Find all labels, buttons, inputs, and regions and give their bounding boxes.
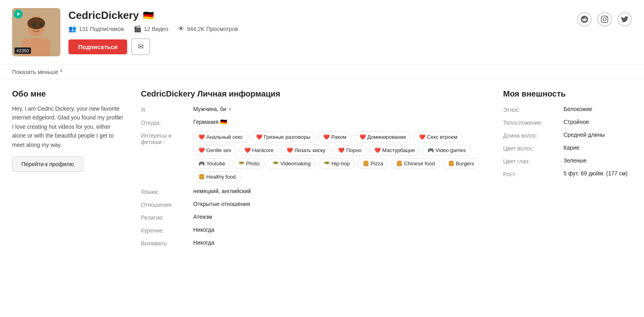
languages-label: Языки:: [141, 188, 193, 195]
hair-length-row: Длина волос: Средней длины: [503, 132, 632, 139]
interest-tag: 🥗 Photo: [233, 158, 265, 169]
videos-icon: 🎬: [134, 25, 142, 33]
appearance-section: Моя внешность Этнос: Белокожие Телосложе…: [503, 89, 632, 252]
hair-color-label: Цвет волос:: [503, 144, 564, 152]
appearance-title: Моя внешность: [503, 89, 632, 99]
country-flag: 🇩🇪: [143, 10, 154, 21]
body-label: Телосложение:: [503, 119, 564, 126]
interest-tag: ❤️ Анальный секс: [193, 132, 248, 142]
smoking-value: Никогда: [193, 226, 487, 233]
gender-value: Мужчина, би ♀: [193, 106, 487, 112]
play-icon: [14, 10, 23, 19]
subscribers-stat: 👥 131 Подписчиков: [68, 25, 124, 33]
personal-title: CedricDickery Личная информация: [141, 89, 487, 99]
avatar: #2350: [12, 8, 60, 56]
interest-tag: ❤️ Секс втроем: [414, 132, 462, 142]
stats-row: 👥 131 Подписчиков 🎬 12 Видео 👁 944,2K Пр…: [68, 25, 632, 33]
origin-row: Откуда: Германия 🇩🇪: [141, 119, 487, 126]
show-less-button[interactable]: Показать меньше ^: [0, 65, 644, 80]
hair-color-row: Цвет волос: Карие: [503, 144, 632, 152]
interest-tag: 🥗 Videomaking: [267, 158, 316, 169]
religion-value: Атеизм: [193, 214, 487, 220]
svg-point-4: [33, 23, 36, 27]
hair-length-value: Средней длины: [564, 132, 605, 139]
interest-tag: 🍔 Chinese food: [391, 158, 440, 169]
height-label: Рост:: [503, 170, 564, 177]
hair-color-value: Карие: [564, 144, 579, 152]
ethnicity-value: Белокожие: [564, 106, 592, 113]
rank-badge: #2350: [14, 47, 31, 54]
subscribers-count: 131 Подписчиков: [79, 26, 124, 32]
subscribers-icon: 👥: [68, 25, 76, 33]
body-value: Стройное: [564, 119, 589, 126]
subscribe-button[interactable]: Подписаться: [68, 39, 127, 54]
drinking-label: Выпивать:: [141, 239, 193, 247]
interest-tag: ❤️ Раком: [318, 132, 351, 142]
height-row: Рост: 5 фут. 69 дюйм. (177 см): [503, 170, 632, 177]
ethnicity-label: Этнос:: [503, 106, 564, 113]
twitter-button[interactable]: [617, 12, 632, 27]
eye-color-label: Цвет глаз:: [503, 157, 564, 165]
interest-tag: 🎮 Video games: [422, 145, 471, 156]
body-row: Телосложение: Стройное: [503, 119, 632, 126]
ethnicity-row: Этнос: Белокожие: [503, 106, 632, 113]
main-content: Обо мне Hey, I am Cedric Dickery, your n…: [0, 80, 644, 262]
interest-tag: ❤️ Hardcore: [239, 145, 279, 156]
interests-row: Интересы и фетиши : ❤️ Анальный секс❤️ Г…: [141, 132, 487, 182]
svg-point-5: [39, 23, 43, 27]
eye-color-row: Цвет глаз: Зеленые: [503, 157, 632, 165]
views-icon: 👁: [178, 25, 184, 33]
interest-tag: ❤️ Порно: [333, 145, 367, 156]
personal-info-section: CedricDickery Личная информация Я: Мужчи…: [141, 89, 487, 252]
relationship-value: Открытые отношения: [193, 201, 487, 207]
creator-name: CedricDickery: [68, 9, 139, 22]
hair-length-label: Длина волос:: [503, 132, 564, 139]
about-bio: Hey, I am Cedric Dickery, your new favor…: [12, 104, 125, 149]
interest-tag: 🥗 Hip-hop: [318, 158, 355, 169]
message-button[interactable]: ✉: [131, 38, 150, 55]
smoking-label: Курение:: [141, 226, 193, 234]
social-icons: [577, 12, 632, 27]
drinking-row: Выпивать: Никогда: [141, 239, 487, 247]
views-count: 944,2K Просмотров: [187, 26, 238, 32]
about-section: Обо мне Hey, I am Cedric Dickery, your n…: [12, 89, 125, 252]
smoking-row: Курение: Никогда: [141, 226, 487, 234]
relationship-label: Отношения:: [141, 201, 193, 208]
height-value: 5 фут. 69 дюйм. (177 см): [564, 170, 627, 177]
interest-tag: ❤️ Лизать киску: [281, 145, 330, 156]
religion-row: Религия: Атеизм: [141, 214, 487, 221]
relationship-row: Отношения: Открытые отношения: [141, 201, 487, 208]
religion-label: Религия:: [141, 214, 193, 221]
interest-tag: 🎮 Youtube: [193, 158, 231, 169]
eye-color-value: Зеленые: [564, 157, 586, 165]
interest-tag: 🍔 Burgers: [443, 158, 479, 169]
views-stat: 👁 944,2K Просмотров: [178, 25, 238, 33]
interest-tag: 🍔 Healthy food: [193, 171, 241, 182]
interest-tag: ❤️ Доминирование: [354, 132, 412, 142]
languages-row: Языки: немецкий, английский: [141, 188, 487, 195]
interests-label: Интересы и фетиши :: [141, 132, 193, 145]
languages-value: немецкий, английский: [193, 188, 487, 194]
about-title: Обо мне: [12, 89, 125, 99]
instagram-button[interactable]: [597, 12, 612, 27]
header-actions: Подписаться ✉: [68, 38, 632, 55]
header-info: CedricDickery 🇩🇪 👥 131 Подписчиков 🎬 12 …: [68, 9, 632, 55]
interest-tag: ❤️ Мастурбация: [369, 145, 420, 156]
drinking-value: Никогда: [193, 239, 487, 246]
origin-label: Откуда:: [141, 119, 193, 126]
gender-label: Я:: [141, 106, 193, 113]
reddit-button[interactable]: [577, 12, 592, 27]
gender-row: Я: Мужчина, би ♀: [141, 106, 487, 113]
videos-stat: 🎬 12 Видео: [134, 25, 168, 33]
interest-tag: ❤️ Gentle sex: [193, 145, 237, 156]
go-to-profile-button[interactable]: Перейти к профилю: [12, 156, 83, 172]
videos-count: 12 Видео: [144, 26, 168, 32]
interests-tags: ❤️ Анальный секс❤️ Грязные разговоры❤️ Р…: [193, 132, 487, 182]
interest-tag: 🍔 Pizza: [357, 158, 388, 169]
svg-point-3: [27, 17, 45, 29]
header: #2350 CedricDickery 🇩🇪 👥 131 Подписчиков…: [0, 0, 644, 65]
interest-tag: ❤️ Грязные разговоры: [251, 132, 316, 142]
origin-value: Германия 🇩🇪: [193, 119, 487, 125]
